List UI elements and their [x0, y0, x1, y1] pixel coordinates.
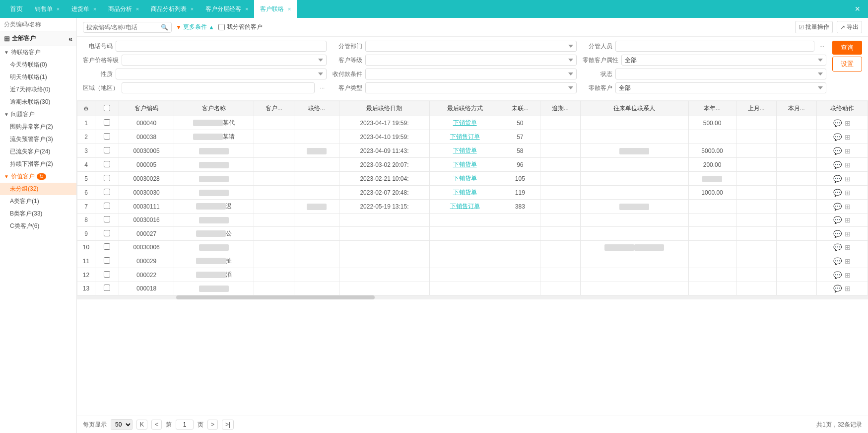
- row-select-checkbox[interactable]: [104, 285, 110, 291]
- row-select-checkbox[interactable]: [104, 271, 110, 278]
- group-value-customers[interactable]: ▼ 价值客户 ↻: [0, 170, 76, 183]
- grid-action-icon[interactable]: ⊞: [845, 271, 851, 279]
- group-pending-contact[interactable]: ▼ 待联络客户: [0, 46, 76, 59]
- tab-customer-contact[interactable]: 客户联络 ×: [254, 0, 297, 18]
- row-select-checkbox[interactable]: [104, 257, 110, 264]
- region-input[interactable]: [122, 82, 315, 93]
- more-persons-icon[interactable]: ···: [817, 43, 826, 50]
- sidebar-item-a-class[interactable]: A类客户(1): [0, 195, 76, 208]
- close-tab-purchase[interactable]: ×: [93, 6, 96, 12]
- message-icon[interactable]: 💬: [833, 119, 842, 127]
- grid-action-icon[interactable]: ⊞: [845, 119, 851, 127]
- close-tab-product-list[interactable]: ×: [191, 6, 194, 12]
- grid-action-icon[interactable]: ⊞: [845, 175, 851, 183]
- close-tab-segment[interactable]: ×: [245, 6, 248, 12]
- search-icon[interactable]: 🔍: [161, 24, 168, 31]
- grid-action-icon[interactable]: ⊞: [845, 257, 851, 265]
- grid-action-icon[interactable]: ⊞: [845, 189, 851, 197]
- row-select-checkbox[interactable]: [104, 175, 110, 181]
- export-button[interactable]: ↗ 导出: [837, 21, 862, 33]
- reset-button[interactable]: 设置: [832, 57, 862, 72]
- horizontal-scrollbar[interactable]: [77, 295, 868, 299]
- phone-input[interactable]: [116, 41, 327, 52]
- grid-action-icon[interactable]: ⊞: [845, 285, 851, 292]
- nature-select[interactable]: [116, 69, 327, 79]
- more-region-icon[interactable]: ···: [318, 84, 327, 91]
- query-button[interactable]: 查询: [832, 41, 862, 55]
- row-select-checkbox[interactable]: [104, 230, 110, 236]
- window-close-button[interactable]: ×: [851, 4, 864, 14]
- row-select-checkbox[interactable]: [104, 216, 110, 222]
- grid-action-icon[interactable]: ⊞: [845, 243, 851, 251]
- message-icon[interactable]: 💬: [833, 285, 842, 292]
- more-conditions-button[interactable]: ▼ 更多条件 ▲: [176, 23, 214, 31]
- grid-action-icon[interactable]: ⊞: [845, 133, 851, 141]
- message-icon[interactable]: 💬: [833, 271, 842, 279]
- message-icon[interactable]: 💬: [833, 133, 842, 141]
- all-customers-header[interactable]: ⊞ 全部客户 «: [0, 31, 76, 46]
- tab-product-analysis[interactable]: 商品分析 ×: [102, 0, 145, 18]
- sidebar-item-tomorrow[interactable]: 明天待联络(1): [0, 71, 76, 83]
- select-all-checkbox[interactable]: [104, 105, 110, 111]
- tab-customer-segment[interactable]: 客户分层经客 ×: [200, 0, 254, 18]
- price-grade-select[interactable]: [122, 55, 327, 66]
- sidebar-item-c-class[interactable]: C类客户(6): [0, 220, 76, 232]
- home-tab[interactable]: 首页: [4, 0, 29, 18]
- tab-product-analysis-list[interactable]: 商品分析列表 ×: [145, 0, 200, 18]
- close-tab-contact[interactable]: ×: [288, 6, 291, 12]
- message-icon[interactable]: 💬: [833, 216, 842, 224]
- sidebar-item-today[interactable]: 今天待联络(0): [0, 59, 76, 71]
- scrollbar-thumb[interactable]: [176, 295, 375, 299]
- grid-action-icon[interactable]: ⊞: [845, 147, 851, 155]
- grid-action-icon[interactable]: ⊞: [845, 203, 851, 211]
- message-icon[interactable]: 💬: [833, 257, 842, 265]
- status-select[interactable]: [615, 69, 826, 79]
- sidebar-item-overdue[interactable]: 逾期未联络(30): [0, 96, 76, 108]
- grid-action-icon[interactable]: ⊞: [845, 230, 851, 238]
- batch-operation-button[interactable]: ☑ 批量操作: [795, 21, 833, 33]
- close-tab-product-analysis[interactable]: ×: [136, 6, 139, 12]
- grid-action-icon[interactable]: ⊞: [845, 161, 851, 169]
- search-input[interactable]: [86, 24, 161, 31]
- sidebar-item-hoarding[interactable]: 囤购异常客户(2): [0, 121, 76, 133]
- sidebar-item-declining[interactable]: 持续下滑客户(2): [0, 158, 76, 170]
- sidebar-search-input[interactable]: [4, 21, 77, 28]
- customer-type-select[interactable]: [365, 82, 576, 93]
- row-select-checkbox[interactable]: [104, 203, 110, 209]
- person-input[interactable]: [615, 41, 814, 52]
- sidebar-item-7days[interactable]: 近7天待联络(0): [0, 83, 76, 96]
- page-number-input[interactable]: [176, 420, 194, 430]
- row-select-checkbox[interactable]: [104, 243, 110, 250]
- first-page-button[interactable]: K: [136, 420, 147, 430]
- last-page-button[interactable]: >|: [222, 420, 234, 430]
- tab-purchase-order[interactable]: 进货单 ×: [66, 0, 102, 18]
- row-select-checkbox[interactable]: [104, 189, 110, 195]
- sidebar-item-churned[interactable]: 已流失客户(24): [0, 145, 76, 158]
- grid-action-icon[interactable]: ⊞: [845, 216, 851, 224]
- close-tab-sales[interactable]: ×: [57, 6, 60, 12]
- payment-select[interactable]: [365, 69, 576, 79]
- dept-select[interactable]: [365, 41, 576, 52]
- message-icon[interactable]: 💬: [833, 230, 842, 238]
- customer-grade-select[interactable]: [365, 55, 576, 66]
- row-select-checkbox[interactable]: [104, 147, 110, 153]
- next-page-button[interactable]: >: [207, 420, 218, 430]
- row-select-checkbox[interactable]: [104, 119, 110, 126]
- row-select-checkbox[interactable]: [104, 161, 110, 167]
- collapse-icon[interactable]: «: [68, 35, 72, 43]
- sparse-customer-select[interactable]: 全部: [615, 82, 826, 93]
- message-icon[interactable]: 💬: [833, 161, 842, 169]
- row-select-checkbox[interactable]: [104, 133, 110, 140]
- sidebar-item-churn-warning[interactable]: 流失预警客户(3): [0, 133, 76, 145]
- sidebar-item-ungrouped[interactable]: 未分组(32): [0, 183, 76, 195]
- sidebar-item-b-class[interactable]: B类客户(33): [0, 208, 76, 220]
- settings-header[interactable]: ⚙: [77, 101, 95, 116]
- message-icon[interactable]: 💬: [833, 175, 842, 183]
- page-size-select[interactable]: 50: [111, 419, 133, 430]
- tab-sales-order[interactable]: 销售单 ×: [29, 0, 66, 18]
- sparse-attr-select[interactable]: 全部: [621, 55, 826, 66]
- message-icon[interactable]: 💬: [833, 243, 842, 251]
- my-customers-checkbox[interactable]: [218, 24, 225, 30]
- message-icon[interactable]: 💬: [833, 189, 842, 197]
- prev-page-button[interactable]: <: [151, 420, 162, 430]
